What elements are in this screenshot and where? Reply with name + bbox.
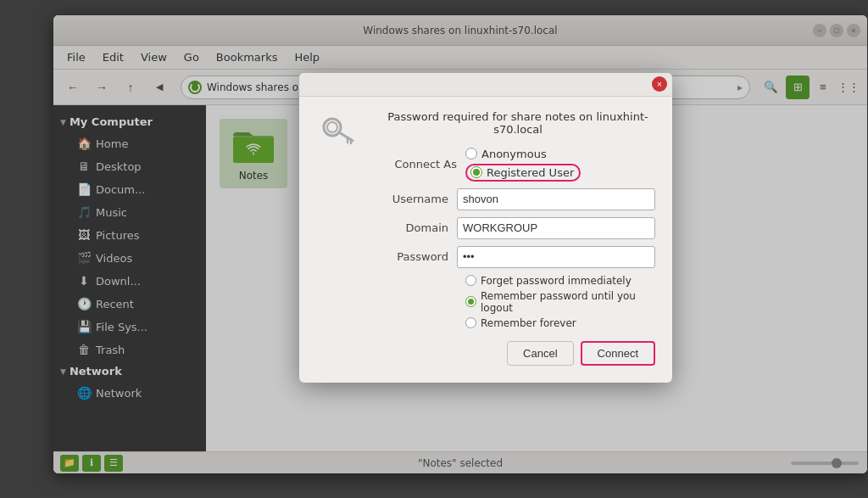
- file-manager-window: Windows shares on linuxhint-s70.local − …: [53, 15, 867, 473]
- password-dialog: ×: [299, 73, 672, 383]
- password-row: Password: [381, 246, 655, 268]
- domain-label: Domain: [381, 221, 457, 234]
- connect-button[interactable]: Connect: [581, 341, 655, 366]
- remember-forever-radio[interactable]: [465, 317, 476, 328]
- remember-logout-option[interactable]: Remember password until you logout: [465, 290, 655, 314]
- password-label: Password: [381, 250, 457, 263]
- remember-forever-label: Remember forever: [481, 317, 576, 329]
- remember-logout-label: Remember password until you logout: [481, 290, 655, 314]
- connect-as-row: Connect As Anonymous Regis: [381, 148, 655, 182]
- domain-row: Domain: [381, 217, 655, 239]
- connect-as-options: Anonymous Registered User: [465, 148, 581, 182]
- dialog-title: Password required for share notes on lin…: [381, 110, 655, 136]
- forget-password-option[interactable]: Forget password immediately: [465, 275, 655, 287]
- domain-input[interactable]: [457, 217, 655, 239]
- password-input[interactable]: [457, 246, 655, 268]
- registered-label: Registered User: [487, 166, 574, 179]
- cancel-button[interactable]: Cancel: [507, 341, 573, 366]
- remember-forever-option[interactable]: Remember forever: [465, 317, 655, 329]
- forget-password-radio[interactable]: [465, 275, 476, 286]
- dialog-body: Password required for share notes on lin…: [299, 97, 672, 383]
- dialog-buttons: Cancel Connect: [381, 341, 655, 366]
- connect-as-label: Connect As: [381, 158, 457, 171]
- username-label: Username: [381, 193, 457, 205]
- username-input[interactable]: [457, 188, 655, 210]
- password-options: Forget password immediately Remember pas…: [465, 275, 655, 329]
- key-icon: [316, 114, 359, 148]
- forget-password-label: Forget password immediately: [481, 275, 632, 287]
- dialog-overlay: ×: [53, 15, 867, 473]
- remember-logout-radio[interactable]: [465, 296, 476, 307]
- registered-radio[interactable]: [470, 166, 482, 178]
- svg-point-3: [327, 122, 337, 132]
- dialog-close-button[interactable]: ×: [652, 76, 667, 92]
- username-row: Username: [381, 188, 655, 210]
- dialog-titlebar: ×: [299, 73, 672, 97]
- anonymous-label: Anonymous: [481, 148, 547, 160]
- anonymous-radio[interactable]: [465, 148, 477, 159]
- anonymous-option[interactable]: Anonymous: [465, 148, 581, 160]
- registered-user-option[interactable]: Registered User: [465, 164, 581, 182]
